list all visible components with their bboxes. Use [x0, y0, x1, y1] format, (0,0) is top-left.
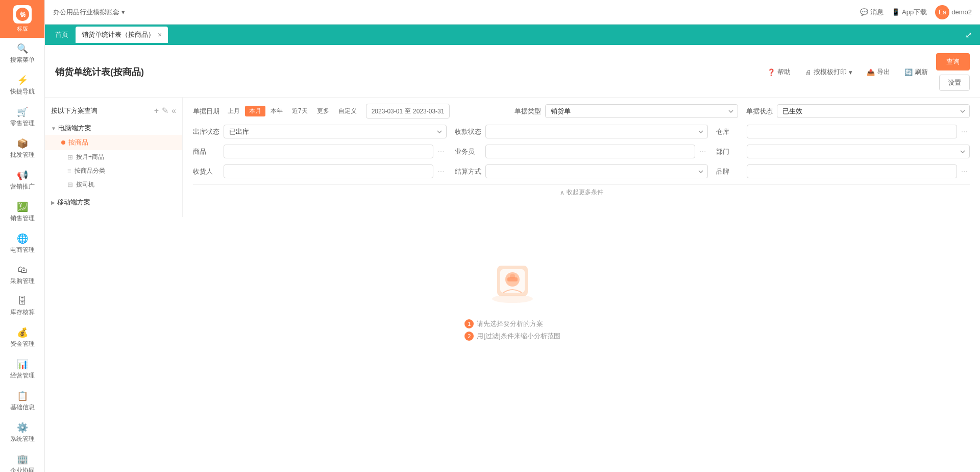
- doc-type-label: 单据类型: [514, 107, 545, 116]
- sidebar-item-finance[interactable]: 💰 资金管理: [0, 322, 44, 353]
- sidebar-item-inventory[interactable]: 🗄 库存核算: [0, 291, 44, 322]
- query-button[interactable]: 查询: [936, 53, 970, 70]
- sidebar-item-retail[interactable]: 🛒 零售管理: [0, 101, 44, 133]
- page-actions: ❓ 帮助 🖨 按模板打印 ▾ 📤 导出 🔄: [763, 65, 932, 79]
- wholesale-icon: 📦: [17, 138, 28, 149]
- mobile-scheme-group-title[interactable]: ▶ 移动端方案: [45, 196, 182, 209]
- date-this-year[interactable]: 本年: [266, 106, 287, 116]
- sidebar-item-enterprise[interactable]: 🏢 企业协同: [0, 449, 44, 472]
- dept-control: [747, 145, 970, 158]
- sidebar-item-wholesale[interactable]: 📦 批发管理: [0, 133, 44, 164]
- settlement-select[interactable]: [485, 164, 708, 178]
- tab-bar: 首页 销货单统计表（按商品） × ⤢: [45, 25, 980, 45]
- search-icon: 🔍: [17, 43, 28, 54]
- avatar-initials: Ea: [939, 9, 946, 16]
- collapse-scheme-button[interactable]: «: [172, 106, 176, 115]
- receiver-field: 收货人 ···: [193, 164, 447, 178]
- app-download-button[interactable]: 📱 App下载: [892, 8, 927, 17]
- add-scheme-button[interactable]: +: [154, 106, 159, 115]
- date-more[interactable]: 更多: [313, 106, 333, 116]
- sidebar-item-quick-label: 快捷导航: [10, 87, 35, 96]
- top-bar-right: 💬 消息 📱 App下载 Ea demo2: [860, 5, 972, 19]
- scheme-item-by-driver[interactable]: ⊟ 按司机: [45, 178, 182, 192]
- tab-home[interactable]: 首页: [49, 27, 75, 43]
- doc-status-select[interactable]: 已生效: [777, 104, 970, 118]
- collapse-filter-button[interactable]: ∧ 收起更多条件: [193, 184, 970, 200]
- warehouse-input[interactable]: [747, 125, 957, 138]
- mobile-scheme-label: 移动端方案: [57, 198, 90, 207]
- receiver-label: 收货人: [193, 167, 224, 176]
- recv-status-field: 收款状态: [455, 125, 708, 138]
- receiver-dots[interactable]: ···: [435, 167, 446, 176]
- ecommerce-icon: 🌐: [17, 233, 28, 244]
- salesperson-label: 业务员: [455, 147, 485, 156]
- sidebar-item-system[interactable]: ⚙️ 系统管理: [0, 417, 44, 449]
- print-button[interactable]: 🖨 按模板打印 ▾: [801, 65, 856, 79]
- tab-close-button[interactable]: ×: [158, 31, 162, 39]
- receiver-control: ···: [224, 164, 447, 178]
- scheme-item-by-goods[interactable]: 按商品: [45, 135, 182, 150]
- settlement-label: 结算方式: [455, 167, 485, 176]
- sidebar-item-sales-label: 销售管理: [10, 214, 35, 223]
- collapse-icon: ∧: [560, 189, 565, 196]
- app-title-dropdown[interactable]: 办公用品行业模拟账套 ▾: [53, 8, 125, 17]
- refresh-button[interactable]: 🔄 刷新: [900, 65, 932, 79]
- active-scheme-label: 按商品: [68, 138, 88, 147]
- pc-scheme-label: 电脑端方案: [58, 124, 91, 133]
- date-custom[interactable]: 自定义: [334, 106, 361, 116]
- date-prev-month[interactable]: 上月: [224, 106, 244, 116]
- settings-button[interactable]: 设置: [939, 75, 970, 91]
- doc-type-select[interactable]: 销货单: [545, 104, 738, 118]
- receiver-input[interactable]: [224, 164, 433, 178]
- sidebar-item-quick[interactable]: ⚡ 快捷导航: [0, 69, 44, 101]
- settlement-control: [485, 164, 708, 178]
- filter-row-1: 单据日期 上月 本月 本年 近7天 更多 自定义: [193, 104, 970, 119]
- page-header: 销货单统计表(按商品) ❓ 帮助 🖨 按模板打印 ▾ 📤: [45, 45, 980, 98]
- sidebar-item-marketing[interactable]: 📢 营销推广: [0, 164, 44, 196]
- sidebar-item-purchase-label: 采购管理: [10, 277, 35, 286]
- scheme-item-by-category[interactable]: ≡ 按商品分类: [45, 164, 182, 178]
- message-button[interactable]: 💬 消息: [860, 8, 884, 17]
- date-this-month[interactable]: 本月: [245, 106, 265, 116]
- goods-dots[interactable]: ···: [435, 147, 446, 156]
- svg-rect-7: [510, 274, 515, 278]
- scheme-item-by-month-goods[interactable]: ⊞ 按月+商品: [45, 150, 182, 164]
- sidebar-item-purchase[interactable]: 🛍 采购管理: [0, 259, 44, 291]
- app-download-icon: 📱: [892, 8, 900, 16]
- doc-status-field: 单据状态 已生效: [746, 104, 970, 118]
- brand-input[interactable]: [747, 164, 957, 178]
- date-7days[interactable]: 近7天: [288, 106, 312, 116]
- sidebar-item-ecommerce[interactable]: 🌐 电商管理: [0, 228, 44, 259]
- inventory-icon: 🗄: [18, 296, 27, 306]
- goods-input[interactable]: [224, 145, 433, 158]
- recv-status-select[interactable]: [485, 125, 708, 138]
- tip-2-text: 用[过滤]条件来缩小分析范围: [477, 332, 560, 341]
- filter-left-panel: 按以下方案查询 + ✎ « ▼ 电脑端方案: [45, 98, 183, 217]
- dropdown-icon: ▾: [121, 8, 125, 16]
- warehouse-dots[interactable]: ···: [959, 127, 970, 136]
- doc-type-control: 销货单: [545, 104, 738, 118]
- dept-select[interactable]: [747, 145, 970, 158]
- sidebar-item-wholesale-label: 批发管理: [10, 151, 35, 159]
- sidebar-item-basic[interactable]: 📋 基础信息: [0, 385, 44, 417]
- brand-dots[interactable]: ···: [959, 167, 970, 176]
- filter-left-title: 按以下方案查询 + ✎ «: [45, 104, 182, 120]
- salesperson-dots[interactable]: ···: [697, 147, 708, 156]
- export-button[interactable]: 📤 导出: [863, 65, 894, 79]
- sidebar-item-search[interactable]: 🔍 搜索菜单: [0, 38, 44, 69]
- out-status-select[interactable]: 已出库: [224, 125, 447, 138]
- date-range: 2023-03-01 至 2023-03-31: [366, 104, 450, 119]
- scheme-list-icon: ≡: [67, 167, 71, 175]
- refresh-icon: 🔄: [904, 68, 913, 76]
- pc-scheme-group-title[interactable]: ▼ 电脑端方案: [45, 122, 182, 135]
- sidebar-item-operations[interactable]: 📊 经营管理: [0, 353, 44, 385]
- sidebar-item-sales[interactable]: 💹 销售管理: [0, 196, 44, 228]
- salesperson-input[interactable]: [485, 145, 695, 158]
- tab-active[interactable]: 销货单统计表（按商品） ×: [76, 27, 168, 43]
- tab-maximize-button[interactable]: ⤢: [961, 30, 976, 40]
- settlement-field: 结算方式: [455, 164, 708, 178]
- help-button[interactable]: ❓ 帮助: [763, 65, 795, 79]
- user-avatar-area[interactable]: Ea demo2: [935, 5, 972, 19]
- edit-scheme-button[interactable]: ✎: [162, 106, 168, 115]
- date-label: 单据日期: [193, 107, 224, 116]
